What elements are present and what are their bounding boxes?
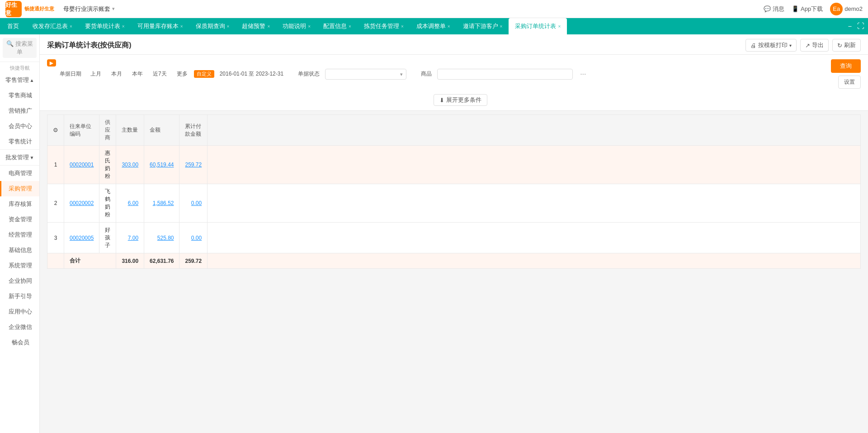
status-select-wrap (325, 69, 406, 80)
tab-shoufacun[interactable]: 收发存汇总表 × (26, 18, 79, 34)
sidebar-item-caigou[interactable]: 采购管理 (0, 181, 39, 196)
table-row: 2 00020002 飞鹤奶粉 6.00 1,586.52 0.00 (47, 184, 861, 223)
message-button[interactable]: 💬 消息 (764, 5, 784, 13)
settings-button[interactable]: 设置 (838, 76, 861, 89)
tab-jianhuo[interactable]: 拣货任务管理 × (358, 18, 410, 34)
row-amount-3[interactable]: 525.80 (144, 223, 179, 253)
row-paid-2[interactable]: 0.00 (179, 184, 208, 223)
chevron-down-icon: ▾ (112, 6, 115, 12)
tab-baozhi[interactable]: 保质期查询 × (189, 18, 236, 34)
toggle-filter-button[interactable]: ► (47, 59, 56, 67)
date-btn-thismonth[interactable]: 本月 (108, 69, 126, 79)
row-amount-2[interactable]: 1,586.52 (144, 184, 179, 223)
date-btn-lastmonth[interactable]: 上月 (87, 69, 105, 79)
filter-area: ► 单据日期 上月 本月 本年 近7天 更多 自定义 2016-01-01 至 … (40, 55, 868, 111)
tab-chengben-close[interactable]: × (448, 24, 450, 29)
row-code-3[interactable]: 00020005 (64, 223, 99, 253)
expand-more-button[interactable]: ⬇ 展开更多条件 (434, 94, 487, 106)
row-qty-1[interactable]: 303.00 (116, 146, 144, 184)
sidebar-item-lingshoutongji[interactable]: 零售统计 (0, 134, 39, 149)
tab-yaohuo-close[interactable]: × (122, 24, 125, 29)
sidebar-item-lingshougongcheng[interactable]: 零售商城 (0, 88, 39, 103)
tab-baozhi-close[interactable]: × (227, 24, 230, 29)
row-qty-3[interactable]: 7.00 (116, 223, 144, 253)
maximize-icon[interactable]: ⛶ (857, 23, 864, 30)
search-box[interactable]: 🔍 搜索菜单 (3, 38, 37, 58)
tab-caigou-close[interactable]: × (558, 24, 561, 29)
export-button[interactable]: ↗ 导出 (800, 39, 829, 52)
sidebar-item-jingying[interactable]: 经营管理 (0, 227, 39, 243)
sidebar-item-pifaguanli[interactable]: 批发管理 ▼ (0, 150, 39, 165)
tab-peizhi[interactable]: 配置信息 × (317, 18, 358, 34)
tab-chengben[interactable]: 成本调整单 × (410, 18, 457, 34)
query-button[interactable]: 查询 (831, 59, 861, 73)
download-icon: 📱 (792, 5, 799, 12)
tab-gongneng[interactable]: 功能说明 × (276, 18, 317, 34)
print-button[interactable]: 🖨 按模板打印 ▾ (745, 39, 797, 52)
sidebar-search[interactable]: 🔍 搜索菜单 (0, 34, 39, 62)
row-num-2: 2 (47, 184, 64, 223)
sidebar-item-zijin[interactable]: 资金管理 (0, 212, 39, 227)
tab-keyongliang[interactable]: 可用量库存账本 × (131, 18, 189, 34)
tab-yaoqing-close[interactable]: × (500, 24, 503, 29)
tab-chengben-label: 成本调整单 (416, 22, 446, 30)
total-label: 合计 (64, 253, 116, 269)
minimize-icon[interactable]: － (846, 23, 854, 30)
goods-more-icon[interactable]: ··· (580, 70, 586, 78)
sidebar-item-lingshouguanli[interactable]: 零售管理 ▲ (0, 72, 39, 88)
sidebar-item-qiyexietong[interactable]: 企业协同 (0, 273, 39, 289)
date-btn-7days[interactable]: 近7天 (149, 69, 170, 79)
tab-chaochuyujing[interactable]: 超储预警 × (236, 18, 276, 34)
sidebar-item-dianshang[interactable]: 电商管理 (0, 166, 39, 181)
sidebar-item-yingxiao[interactable]: 营销推广 (0, 103, 39, 119)
tab-yaohuo-label: 要货单统计表 (85, 22, 120, 30)
tab-keyongliang-close[interactable]: × (180, 24, 183, 29)
tab-yaoqing-label: 邀请下游客户 (463, 22, 498, 30)
table-footer: 合计 316.00 62,631.76 259.72 (47, 253, 861, 269)
sidebar-lingshou-label: 零售管理 (5, 76, 29, 84)
th-amount: 金额 (144, 115, 179, 146)
sidebar-qiyeweixin-label: 企业微信 (9, 324, 32, 330)
row-code-2[interactable]: 00020002 (64, 184, 99, 223)
goods-input[interactable] (437, 69, 573, 80)
sidebar-huiyuan-label: 会员中心 (9, 123, 32, 129)
date-btn-more[interactable]: 更多 (173, 69, 191, 79)
gear-icon[interactable]: ⚙ (53, 127, 58, 133)
tab-home[interactable]: 首页 (0, 18, 26, 34)
status-select[interactable] (325, 69, 406, 80)
refresh-label: 刷新 (844, 41, 856, 49)
total-qty: 316.00 (116, 253, 144, 269)
main-layout: 🔍 搜索菜单 快捷导航 零售管理 ▲ 零售商城 营销推广 会员中心 零售统计 (0, 34, 868, 433)
sidebar-item-xitong[interactable]: 系统管理 (0, 258, 39, 273)
tab-gongneng-close[interactable]: × (308, 24, 311, 29)
row-code-1[interactable]: 00020001 (64, 146, 99, 184)
sidebar-dianshang-label: 电商管理 (9, 170, 32, 176)
tab-yaoqing[interactable]: 邀请下游客户 × (457, 18, 509, 34)
user-area[interactable]: Ea demo2 (830, 3, 863, 15)
tab-jianhuo-close[interactable]: × (401, 24, 404, 29)
sidebar-item-changyuanvip[interactable]: 畅会员 (0, 335, 39, 350)
row-paid-3[interactable]: 0.00 (179, 223, 208, 253)
tab-chaochuyujing-close[interactable]: × (267, 24, 270, 29)
sidebar-item-jichu[interactable]: 基础信息 (0, 243, 39, 258)
sidebar-item-kucun[interactable]: 库存核算 (0, 196, 39, 212)
tab-caigou[interactable]: 采购订单统计表 × (509, 18, 567, 34)
row-qty-2[interactable]: 6.00 (116, 184, 144, 223)
store-selector[interactable]: 母婴行业演示账套 ▾ (63, 5, 115, 13)
tab-gongneng-label: 功能说明 (283, 22, 306, 30)
tab-shoufacun-close[interactable]: × (70, 24, 72, 29)
chevron-print-icon: ▾ (789, 43, 792, 48)
tab-yaohuo[interactable]: 要货单统计表 × (79, 18, 131, 34)
app-download-button[interactable]: 📱 App下载 (792, 5, 823, 13)
row-paid-1[interactable]: 259.72 (179, 146, 208, 184)
refresh-button[interactable]: ↻ 刷新 (832, 39, 861, 52)
sidebar-item-yingyongzhongxin[interactable]: 应用中心 (0, 304, 39, 319)
row-amount-1[interactable]: 60,519.44 (144, 146, 179, 184)
date-btn-thisyear[interactable]: 本年 (128, 69, 146, 79)
sidebar-xinshou-label: 新手引导 (9, 293, 32, 300)
sidebar-item-huiyuan[interactable]: 会员中心 (0, 119, 39, 134)
tab-peizhi-close[interactable]: × (349, 24, 351, 29)
message-icon: 💬 (764, 5, 771, 12)
sidebar-item-xinshouyindao[interactable]: 新手引导 (0, 289, 39, 304)
sidebar-item-qiyeweixin[interactable]: 企业微信 (0, 319, 39, 335)
